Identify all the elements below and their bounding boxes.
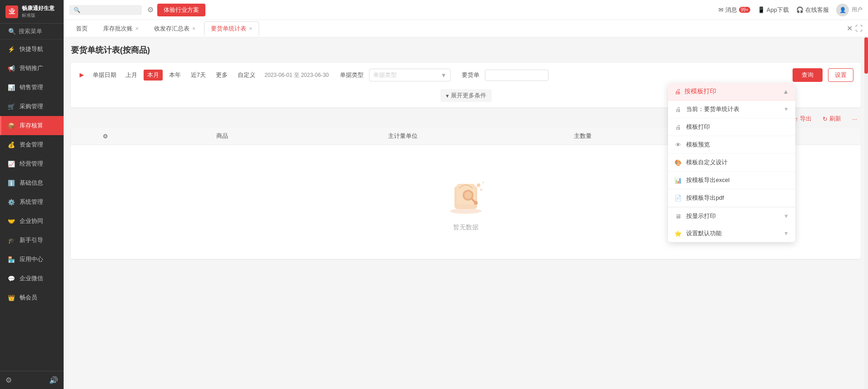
th-quantity: 主数量 [493, 132, 673, 140]
sidebar-item-collab[interactable]: 🤝 企业协同 [0, 212, 64, 231]
order-type-select[interactable]: 单据类型 ▼ [369, 69, 451, 81]
svg-point-6 [474, 201, 478, 205]
tab-home[interactable]: 首页 [69, 21, 95, 35]
sidebar-item-label: 系统管理 [20, 198, 43, 206]
main-content-wrapper: 要货单统计表(按商品) ► 单据日期 上月 本月 本年 近7天 更多 自定义 [64, 37, 868, 389]
filter-toggle-icon[interactable]: ► [78, 71, 85, 79]
sidebar-item-label: 采购管理 [20, 102, 43, 111]
dropdown-template-export-pdf[interactable]: 📄 按模板导出pdf [668, 189, 795, 207]
sidebar-item-label: 应用中心 [20, 255, 43, 263]
dropdown-template-print[interactable]: 🖨 模板打印 [668, 118, 795, 136]
topbar-search-box[interactable]: 🔍 [69, 5, 142, 15]
sidebar-item-basic[interactable]: ℹ️ 基础信息 [0, 173, 64, 192]
date-btn-custom[interactable]: 自定义 [234, 70, 259, 81]
tab-inventory-batch[interactable]: 库存批次账 × [96, 21, 145, 35]
app-download-label: App下载 [767, 6, 789, 14]
sidebar-item-inventory[interactable]: 📦 库存核算 [0, 116, 64, 135]
sidebar-item-appstore[interactable]: 🏪 应用中心 [0, 250, 64, 269]
date-btn-this-year[interactable]: 本年 [165, 70, 185, 81]
dropdown-template-preview[interactable]: 👁 模板预览 [668, 136, 795, 154]
sidebar-item-wechat[interactable]: 💬 企业微信 [0, 269, 64, 288]
date-btn-prev-month[interactable]: 上月 [122, 70, 141, 81]
svg-point-7 [477, 183, 480, 187]
dropdown-current-label: 当前：要货单统计表 [686, 105, 779, 113]
purchase-icon: 🛒 [7, 102, 16, 111]
settings-bottom-icon[interactable]: ⚙ [5, 376, 12, 384]
sidebar-item-label: 企业微信 [20, 274, 43, 283]
messages-item[interactable]: ✉ 消息 99+ [718, 6, 750, 14]
sidebar-item-label: 基础信息 [20, 179, 43, 187]
more-icon: ··· [852, 116, 857, 122]
template-preview-icon: 👁 [674, 141, 682, 148]
user-avatar-item[interactable]: 👤 用户 [836, 4, 863, 16]
sidebar-item-label: 快捷导航 [20, 45, 43, 53]
more-actions-btn[interactable]: ··· [848, 114, 861, 124]
sidebar-item-sales[interactable]: 📊 销售管理 [0, 78, 64, 97]
tabs-close-btn[interactable]: ✕ [847, 24, 853, 33]
cargo-input[interactable] [485, 70, 549, 81]
sidebar-item-finance[interactable]: 💰 资金管理 [0, 135, 64, 154]
settings-btn[interactable]: 设置 [828, 68, 853, 82]
search-icon: 🔍 [8, 28, 16, 35]
sidebar-item-purchase[interactable]: 🛒 采购管理 [0, 97, 64, 116]
sidebar-item-guide[interactable]: 🎓 新手引导 [0, 231, 64, 250]
filter-row: ► 单据日期 上月 本月 本年 近7天 更多 自定义 2023-06-01 至 … [78, 68, 853, 82]
sidebar-item-system[interactable]: ⚙️ 系统管理 [0, 192, 64, 212]
dropdown-header-title: 🖨 按模板打印 [674, 87, 716, 96]
app-version: 标准版 [22, 12, 55, 19]
sidebar-logo: 业 畅康通好生意 标准版 [0, 0, 64, 24]
appstore-icon: 🏪 [7, 255, 16, 264]
sidebar-item-operation[interactable]: 📈 经营管理 [0, 154, 64, 173]
export-btn-label: 导出 [800, 115, 812, 123]
app-download-item[interactable]: 📱 App下载 [758, 6, 789, 14]
refresh-btn[interactable]: ↻ 刷新 [819, 113, 845, 125]
inventory-icon: 📦 [7, 121, 16, 130]
dropdown-current-template[interactable]: 🖨 当前：要货单统计表 ▼ [668, 101, 795, 118]
svg-point-8 [480, 189, 483, 191]
order-type-arrow-icon: ▼ [441, 72, 447, 79]
dropdown-display-print[interactable]: 🖥 按显示打印 ▼ [668, 207, 795, 225]
online-service-item[interactable]: 🎧 在线客服 [796, 6, 829, 14]
collab-icon: 🤝 [7, 217, 16, 226]
refresh-btn-label: 刷新 [829, 115, 841, 123]
topbar-search-icon: 🔍 [74, 7, 80, 13]
tab-collection-summary-close[interactable]: × [192, 25, 195, 32]
scrollbar-thumb[interactable] [864, 37, 868, 74]
sidebar-item-member[interactable]: 👑 畅会员 [0, 288, 64, 307]
expand-btn-label: 展开更多条件 [451, 91, 486, 100]
tab-order-summary-close[interactable]: × [249, 25, 252, 32]
sidebar-item-quick-nav[interactable]: ⚡ 快捷导航 [0, 40, 64, 59]
th-settings[interactable]: ⚙ [78, 133, 132, 140]
user-name: 用户 [852, 6, 863, 14]
online-service-label: 在线客服 [805, 6, 829, 14]
sidebar-item-label: 营销推广 [20, 64, 43, 72]
date-btn-this-month[interactable]: 本月 [144, 70, 163, 81]
dropdown-template-export-excel[interactable]: 📊 按模板导出excel [668, 172, 795, 189]
sidebar-item-marketing[interactable]: 📢 营销推广 [0, 59, 64, 78]
tabs-expand-btn[interactable]: ⛶ [855, 25, 863, 33]
sidebar-nav: ⚡ 快捷导航 📢 营销推广 📊 销售管理 🛒 采购管理 📦 库存核算 💰 资金管… [0, 40, 64, 371]
trial-btn[interactable]: 体验行业方案 [157, 4, 205, 16]
audio-bottom-icon[interactable]: 🔊 [49, 376, 58, 384]
online-service-icon: 🎧 [796, 6, 803, 13]
messages-label: 消息 [725, 6, 737, 14]
tab-inventory-batch-close[interactable]: × [135, 25, 139, 32]
query-btn[interactable]: 查询 [793, 68, 823, 82]
cargo-label: 要货单 [462, 71, 479, 79]
expand-icon: ▾ [446, 92, 449, 99]
search-menu-item[interactable]: 🔍 搜索菜单 [0, 24, 64, 40]
tab-collection-summary[interactable]: 收发存汇总表 × [147, 21, 202, 35]
date-btn-more[interactable]: 更多 [212, 70, 231, 81]
dropdown-collapse-btn[interactable]: ▲ [783, 88, 789, 95]
tab-order-summary[interactable]: 要货单统计表 × [204, 21, 259, 35]
dropdown-set-default[interactable]: ⭐ 设置默认功能 ▼ [668, 225, 795, 242]
empty-icon [443, 172, 489, 218]
system-icon: ⚙️ [7, 197, 16, 207]
dropdown-template-design[interactable]: 🎨 模板自定义设计 [668, 154, 795, 172]
svg-point-0 [450, 208, 482, 214]
expand-more-btn[interactable]: ▾ 展开更多条件 [440, 89, 492, 102]
set-default-arrow: ▼ [783, 230, 789, 237]
topbar-gear-icon[interactable]: ⚙ [147, 5, 154, 14]
quick-nav-icon: ⚡ [7, 45, 16, 54]
date-btn-last-7-days[interactable]: 近7天 [187, 70, 210, 81]
